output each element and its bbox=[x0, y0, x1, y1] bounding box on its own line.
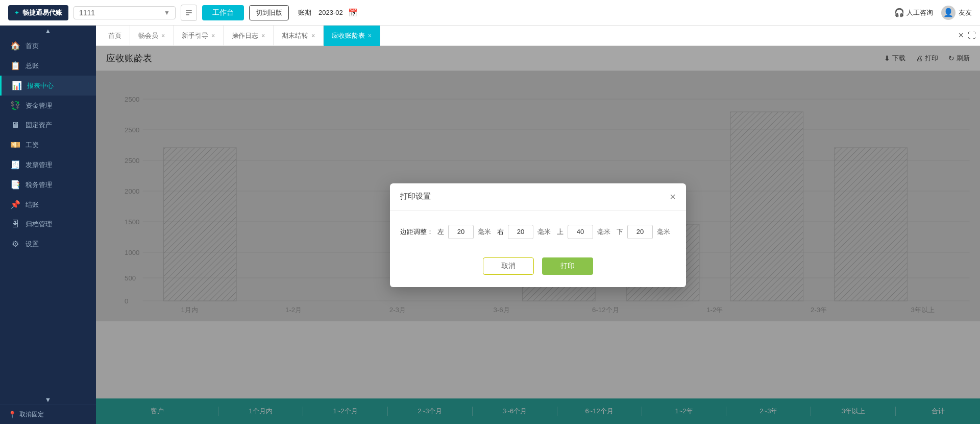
sidebar-item-tax[interactable]: 📑 税务管理 bbox=[0, 175, 96, 195]
tab-close-all-button[interactable]: × bbox=[958, 30, 964, 41]
tab-guide[interactable]: 新手引导 × bbox=[174, 26, 224, 46]
sidebar-item-invoice[interactable]: 🧾 发票管理 bbox=[0, 155, 96, 175]
top-margin-input[interactable] bbox=[568, 225, 593, 239]
logo-text: 畅捷通易代账 bbox=[22, 8, 62, 17]
sidebar-item-ledger[interactable]: 📋 总账 bbox=[0, 56, 96, 76]
support-button[interactable]: 🎧 人工咨询 bbox=[894, 8, 933, 17]
tab-oplog[interactable]: 操作日志 × bbox=[224, 26, 274, 46]
confirm-print-button[interactable]: 打印 bbox=[542, 257, 593, 275]
sidebar-item-label: 税务管理 bbox=[26, 180, 52, 190]
tax-icon: 📑 bbox=[10, 180, 20, 190]
sidebar-item-label: 归档管理 bbox=[26, 220, 52, 229]
sidebar-item-label: 结账 bbox=[26, 200, 39, 209]
archive-icon: 🗄 bbox=[10, 220, 20, 229]
content-area: 首页 畅会员 × 新手引导 × 操作日志 × 期末结转 × 应收账龄表 × bbox=[96, 26, 980, 424]
tab-period-end-close[interactable]: × bbox=[311, 32, 315, 39]
sidebar-item-label: 资金管理 bbox=[26, 101, 52, 110]
sidebar-item-settle[interactable]: 📌 结账 bbox=[0, 195, 96, 215]
calendar-icon[interactable]: 📅 bbox=[348, 8, 358, 17]
sidebar-scroll-up[interactable]: ▲ bbox=[0, 26, 96, 36]
pin-icon: 📍 bbox=[8, 411, 16, 418]
bottom-margin-input[interactable] bbox=[627, 225, 653, 239]
modal-close-button[interactable]: × bbox=[670, 192, 676, 202]
left-unit-label: 毫米 bbox=[478, 227, 491, 237]
report-icon: 📊 bbox=[12, 81, 22, 90]
sidebar-item-home[interactable]: 🏠 首页 bbox=[0, 36, 96, 56]
tab-home-label: 首页 bbox=[108, 31, 121, 40]
company-name: 1111 bbox=[79, 9, 161, 17]
sidebar-item-label: 总账 bbox=[26, 61, 39, 70]
payroll-icon: 💴 bbox=[10, 140, 20, 150]
fund-icon: 💱 bbox=[10, 101, 20, 110]
pin-label: 取消固定 bbox=[19, 410, 44, 419]
right-direction-label: 右 bbox=[497, 227, 504, 237]
tab-oplog-label: 操作日志 bbox=[232, 31, 258, 40]
workbench-button[interactable]: 工作台 bbox=[202, 5, 244, 20]
headset-icon: 🎧 bbox=[894, 8, 904, 17]
tab-guide-close[interactable]: × bbox=[211, 32, 215, 39]
svg-rect-1 bbox=[186, 12, 192, 13]
sidebar-item-archive[interactable]: 🗄 归档管理 bbox=[0, 215, 96, 234]
company-settings-icon[interactable] bbox=[181, 5, 197, 21]
sidebar-item-asset[interactable]: 🖥 固定资产 bbox=[0, 115, 96, 135]
home-icon: 🏠 bbox=[10, 41, 20, 51]
page-content: 应收账龄表 ⬇ 下载 🖨 打印 ↻ 刷新 bbox=[96, 46, 980, 424]
tab-home[interactable]: 首页 bbox=[100, 26, 130, 46]
bottom-direction-label: 下 bbox=[617, 227, 623, 237]
left-direction-label: 左 bbox=[437, 227, 444, 237]
modal-header: 打印设置 × bbox=[390, 183, 686, 210]
tab-expand-button[interactable]: ⛶ bbox=[968, 31, 976, 40]
tab-guide-label: 新手引导 bbox=[182, 31, 208, 40]
tab-period-end[interactable]: 期末结转 × bbox=[274, 26, 324, 46]
top-direction-label: 上 bbox=[557, 227, 564, 237]
sidebar-item-label: 工资 bbox=[26, 140, 39, 150]
tab-ar-aging-label: 应收账龄表 bbox=[332, 31, 365, 40]
svg-rect-0 bbox=[186, 10, 192, 11]
modal-body: 边距调整： 左 毫米 右 毫米 上 毫米 下 毫米 bbox=[390, 210, 686, 253]
settings-icon: ⚙ bbox=[10, 239, 20, 249]
sidebar-pin-toggle[interactable]: 📍 取消固定 bbox=[0, 405, 96, 424]
print-settings-dialog: 打印设置 × 边距调整： 左 毫米 右 毫米 上 bbox=[390, 183, 686, 287]
sidebar-scroll-down[interactable]: ▼ bbox=[0, 394, 96, 405]
tab-member-close[interactable]: × bbox=[161, 32, 165, 39]
sidebar-item-report[interactable]: 📊 报表中心 bbox=[0, 76, 96, 96]
modal-title: 打印设置 bbox=[400, 192, 431, 201]
modal-footer: 取消 打印 bbox=[390, 253, 686, 287]
tab-oplog-close[interactable]: × bbox=[261, 32, 265, 39]
margin-settings: 边距调整： 左 毫米 右 毫米 上 毫米 下 毫米 bbox=[400, 225, 676, 239]
modal-overlay: 打印设置 × 边距调整： 左 毫米 右 毫米 上 bbox=[96, 46, 980, 424]
avatar: 👤 bbox=[941, 6, 955, 20]
invoice-icon: 🧾 bbox=[10, 160, 20, 170]
company-selector[interactable]: 1111 ▼ bbox=[74, 6, 176, 19]
period-label: 账期 bbox=[298, 8, 311, 17]
sidebar-nav: 🏠 首页 📋 总账 📊 报表中心 💱 资金管理 🖥 固定资产 💴 工资 bbox=[0, 36, 96, 394]
sidebar-item-label: 发票管理 bbox=[26, 160, 52, 170]
left-margin-input[interactable] bbox=[448, 225, 474, 239]
svg-rect-2 bbox=[186, 14, 189, 15]
switch-old-button[interactable]: 切到旧版 bbox=[249, 5, 289, 20]
sidebar-item-settings[interactable]: ⚙ 设置 bbox=[0, 234, 96, 254]
settle-icon: 📌 bbox=[10, 200, 20, 209]
right-margin-input[interactable] bbox=[508, 225, 533, 239]
margin-settings-label: 边距调整： bbox=[400, 227, 433, 237]
support-label: 人工咨询 bbox=[906, 8, 933, 17]
sidebar-item-fund[interactable]: 💱 资金管理 bbox=[0, 96, 96, 115]
app-logo: ✦ 畅捷通易代账 bbox=[8, 5, 68, 20]
tab-bar-actions: × ⛶ bbox=[958, 30, 976, 41]
user-menu[interactable]: 👤 友友 bbox=[941, 6, 972, 20]
tab-ar-aging[interactable]: 应收账龄表 × bbox=[324, 26, 380, 46]
sidebar-item-payroll[interactable]: 💴 工资 bbox=[0, 135, 96, 155]
sidebar-item-label: 固定资产 bbox=[26, 121, 52, 130]
asset-icon: 🖥 bbox=[10, 121, 20, 130]
bottom-unit-label: 毫米 bbox=[657, 227, 670, 237]
top-unit-label: 毫米 bbox=[597, 227, 610, 237]
tab-member-label: 畅会员 bbox=[138, 31, 158, 40]
tab-member[interactable]: 畅会员 × bbox=[130, 26, 174, 46]
period-value: 2023-02 bbox=[318, 9, 343, 16]
chevron-down-icon: ▼ bbox=[164, 9, 170, 16]
sidebar-item-label: 设置 bbox=[26, 240, 39, 249]
ledger-icon: 📋 bbox=[10, 61, 20, 70]
cancel-button[interactable]: 取消 bbox=[483, 257, 534, 275]
sidebar-item-label: 首页 bbox=[26, 41, 39, 51]
tab-ar-aging-close[interactable]: × bbox=[368, 32, 372, 39]
